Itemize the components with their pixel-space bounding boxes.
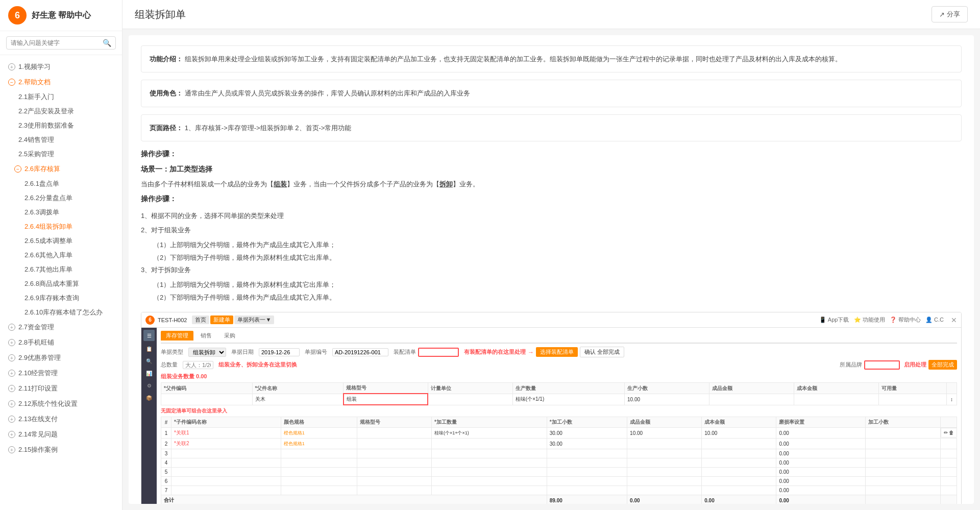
app-nav-list[interactable]: 单据列表一▼ — [234, 315, 274, 324]
content-body: 功能介绍： 组装拆卸单用来处理企业组装或拆卸等加工业务，支持有固定装配清单的产品… — [129, 35, 974, 504]
share-button[interactable]: ↗ 分享 — [932, 6, 968, 22]
screenshot-container: 6 TEST-H002 首页 新建单 单据列表一▼ 📱 App下载 ⭐ 功能使用… — [141, 312, 962, 504]
step-3-1: （1）上部明细为父件明细，最终作为原材料生成其它出库单； — [141, 279, 962, 292]
row1-edit-icon[interactable]: ✏ — [944, 430, 948, 435]
app-form-row1: 单据类型 组装拆卸 单据日期 单据编号 装配清单 — [161, 347, 957, 357]
expand-funds-icon: + — [8, 324, 15, 331]
cancel-btn[interactable]: 确认 全部完成 — [580, 347, 624, 357]
app-icon-4[interactable]: 📊 — [143, 368, 155, 379]
sidebar-item-newuser[interactable]: 2.1新手入门 — [0, 90, 122, 104]
collapse-inventory-icon: − — [14, 165, 21, 173]
search-input[interactable] — [11, 39, 103, 46]
table-header-row: 组装业务数量 0.00 — [161, 373, 957, 380]
app-body: ☰ 📋 🔍 📊 ⚙ 📦 库存管理 销售 采 — [141, 328, 961, 504]
brand-input[interactable] — [864, 360, 900, 370]
sidebar-item-stock-error[interactable]: 2.6.10库存账本错了怎么办 — [0, 305, 122, 320]
sidebar-item-payment[interactable]: + 2.13在线支付 — [0, 411, 122, 427]
path-section: 页面路径： 1、库存核算->库存管理->组装拆卸单 2、首页->常用功能 — [141, 114, 962, 141]
top-header: 组装拆卸单 ↗ 分享 — [122, 0, 980, 29]
sidebar-label-inventory: 2.6库存核算 — [24, 164, 60, 174]
logo-area: 6 好生意 帮助中心 — [0, 0, 122, 31]
app-company: TEST-H002 — [158, 317, 187, 323]
logo-icon: 6 — [8, 6, 27, 25]
app-close-icon[interactable]: ✕ — [951, 316, 957, 324]
page-title: 组装拆卸单 — [135, 8, 186, 21]
app-nav-newdoc[interactable]: 新建单 — [210, 315, 233, 324]
qty-input[interactable] — [183, 361, 213, 369]
process-btn[interactable]: 全部完成 — [928, 360, 957, 370]
app-icon-3[interactable]: 🔍 — [143, 355, 155, 367]
role-label: 使用角色： — [150, 89, 183, 97]
app-icon-2[interactable]: 📋 — [143, 343, 155, 354]
lower-table-row-7: 7 0.00 — [161, 486, 957, 495]
search-icon[interactable]: 🔍 — [103, 39, 111, 47]
lower-table-row-6: 6 0.00 — [161, 477, 957, 486]
sidebar-item-sales[interactable]: 2.4销售管理 — [0, 133, 122, 147]
sidebar-item-coupon[interactable]: + 2.9优惠券管理 — [0, 350, 122, 366]
sidebar-item-print[interactable]: + 2.11打印设置 — [0, 381, 122, 396]
sidebar-item-management[interactable]: + 2.10经营管理 — [0, 366, 122, 381]
app-icon-1[interactable]: ☰ — [143, 330, 155, 341]
app-tab-purchase[interactable]: 采购 — [219, 331, 240, 341]
enable-area: 所属品牌 启用处理 全部完成 — [840, 360, 957, 370]
main-content: 组装拆卸单 ↗ 分享 功能介绍： 组装拆卸单用来处理企业组装或拆卸等加工业务，支… — [122, 0, 980, 510]
sidebar-item-other-in[interactable]: 2.6.6其他入库单 — [0, 248, 122, 262]
sidebar: 6 好生意 帮助中心 🔍 + 1.视频学习 − 2.帮助文档 2.1新手入门 2… — [0, 0, 122, 510]
expand-customize-icon: + — [8, 400, 15, 407]
expand-row-icon[interactable]: ↕ — [950, 397, 953, 402]
search-area: 🔍 — [0, 31, 122, 55]
sidebar-item-cases[interactable]: + 2.15操作案例 — [0, 442, 122, 457]
expand-faq-icon: + — [8, 431, 15, 438]
sidebar-item-mobile[interactable]: + 2.8手机旺铺 — [0, 335, 122, 350]
logo-text: 好生意 帮助中心 — [32, 10, 91, 21]
app-nav-home[interactable]: 首页 — [192, 315, 209, 324]
app-tab-sales[interactable]: 销售 — [195, 331, 217, 341]
sidebar-item-funds[interactable]: + 2.7资金管理 — [0, 320, 122, 335]
ops-steps-label: 操作步骤： — [141, 195, 962, 204]
role-text: 通常由生产人员或库管人员完成拆装业务的操作，库管人员确认原材料的出库和产成品的入… — [185, 89, 470, 97]
lower-annotation-area: 无固定清单可组合在这里录入 — [161, 407, 957, 415]
annotation2-text: 组装业务、拆卸业务在这里切换 — [218, 361, 297, 369]
sidebar-item-cost-adj[interactable]: 2.6.5成本调整单 — [0, 234, 122, 248]
app-icon-5[interactable]: ⚙ — [143, 380, 155, 391]
nav-list: + 1.视频学习 − 2.帮助文档 2.1新手入门 2.2产品安装及登录 2.3… — [0, 55, 122, 510]
type-select[interactable]: 组装拆卸 — [188, 348, 226, 357]
date-input[interactable] — [259, 348, 300, 356]
expand-coupon-icon: + — [8, 354, 15, 361]
sidebar-item-partial-stocktake[interactable]: 2.6.2分量盘点单 — [0, 191, 122, 205]
sidebar-item-other-out[interactable]: 2.6.7其他出库单 — [0, 262, 122, 277]
annotation4-text: 无固定清单可组合在这里录入 — [161, 407, 227, 415]
step-2-2: （2）下部明细为子件明细，最终作为原材料生成其它出库单。 — [141, 252, 962, 264]
sidebar-item-faq[interactable]: + 2.14常见问题 — [0, 427, 122, 442]
row1-delete-icon[interactable]: 🗑 — [949, 430, 954, 435]
sidebar-item-dataprep[interactable]: 2.3使用前数据准备 — [0, 118, 122, 133]
app-icon-6[interactable]: 📦 — [143, 392, 155, 403]
sidebar-item-assembly[interactable]: 2.6.4组装拆卸单 — [0, 220, 122, 234]
sidebar-item-videos[interactable]: + 1.视频学习 — [0, 59, 122, 75]
app-tab-bar: 库存管理 销售 采购 — [161, 331, 957, 344]
app-tab-inventory[interactable]: 库存管理 — [161, 331, 193, 341]
sidebar-item-inventory[interactable]: − 2.6库存核算 — [0, 161, 122, 177]
sidebar-item-transfer[interactable]: 2.6.3调拨单 — [0, 205, 122, 220]
intro-text: 组装拆卸单用来处理企业组装或拆卸等加工业务，支持有固定装配清单的产品加工业务，也… — [185, 55, 842, 63]
sidebar-item-customize[interactable]: + 2.12系统个性化设置 — [0, 396, 122, 411]
bom-input[interactable] — [418, 348, 459, 357]
sidebar-item-purchase[interactable]: 2.5采购管理 — [0, 147, 122, 161]
enable-label: 所属品牌 — [840, 361, 862, 369]
no-input[interactable] — [332, 348, 388, 356]
annotation1-text: 有装配清单的在这里处理 — [464, 348, 526, 356]
expand-print-icon: + — [8, 385, 15, 392]
share-label: 分享 — [947, 10, 960, 19]
sidebar-item-docs[interactable]: − 2.帮助文档 — [0, 75, 122, 90]
sidebar-item-stock-ledger[interactable]: 2.6.9库存账本查询 — [0, 291, 122, 305]
confirm-btn[interactable]: 选择装配清单 — [536, 347, 578, 357]
lower-table-row-3: 3 0.00 — [161, 449, 957, 458]
path-text: 1、库存核算->库存管理->组装拆卸单 2、首页->常用功能 — [185, 124, 352, 132]
ops-title: 操作步骤： — [141, 150, 962, 159]
sidebar-item-cost-recalc[interactable]: 2.6.8商品成本重算 — [0, 277, 122, 291]
sidebar-item-install[interactable]: 2.2产品安装及登录 — [0, 104, 122, 118]
app-icon-strip: ☰ 📋 🔍 📊 ⚙ 📦 — [141, 328, 157, 504]
expand-payment-icon: + — [8, 416, 15, 423]
sidebar-item-stocktake[interactable]: 2.6.1盘点单 — [0, 177, 122, 191]
upper-detail-table: *父件编码 *父件名称 规格型号 计量单位 生产数量 生产小数 成品金额 成本金… — [161, 382, 957, 405]
